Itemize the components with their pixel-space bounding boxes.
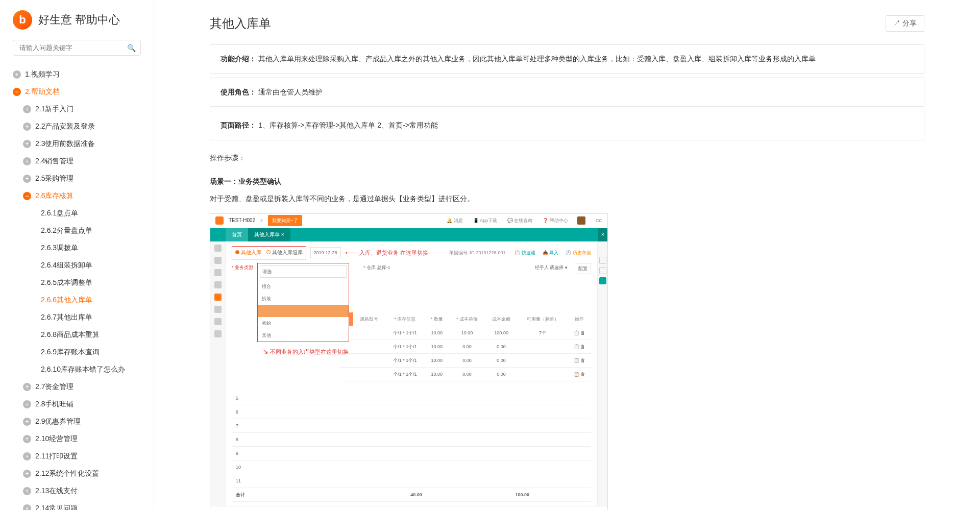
nav-266[interactable]: 2.6.6其他入库单 <box>0 292 154 309</box>
minus-icon: − <box>13 88 21 96</box>
dd-option[interactable]: 组合 <box>258 280 349 293</box>
nav-24[interactable]: +2.4销售管理 <box>0 153 154 170</box>
main: 其他入库单 ↗ 分享 功能介绍： 其他入库单用来处理除采购入库、产成品入库之外的… <box>154 0 980 510</box>
nav-214[interactable]: +2.14常见问题 <box>0 500 154 510</box>
nav-261[interactable]: 2.6.1盘点单 <box>0 205 154 222</box>
nav-262[interactable]: 2.6.2分量盘点单 <box>0 222 154 239</box>
nav-25[interactable]: +2.5采购管理 <box>0 170 154 187</box>
nav-269[interactable]: 2.6.9库存账本查询 <box>0 344 154 361</box>
ss-right-rail <box>597 241 607 506</box>
nav-video[interactable]: +1.视频学习 <box>0 66 154 83</box>
ss-user: CC <box>596 216 602 225</box>
nav-21[interactable]: +2.1新手入门 <box>0 101 154 118</box>
page-title: 其他入库单 <box>210 15 271 32</box>
search-input[interactable] <box>13 40 141 56</box>
nav-28[interactable]: +2.8手机旺铺 <box>0 396 154 413</box>
ss-topbar: TEST-H002 ▾ 我要购买~了 🔔 消息 📱 App下载 💬 在线咨询 ❓… <box>210 214 607 228</box>
nav-264[interactable]: 2.6.4组装拆卸单 <box>0 257 154 274</box>
rail-icon[interactable] <box>214 269 222 276</box>
table-row[interactable]: 7 <box>232 419 591 432</box>
nav-268[interactable]: 2.6.8商品成本重算 <box>0 326 154 344</box>
ss-tab-home[interactable]: 首页 <box>226 228 248 241</box>
ss-buy-button[interactable]: 我要购买~了 <box>268 215 302 226</box>
dd-option[interactable]: 其他 <box>258 329 349 342</box>
arrow-icon: ⟵ <box>345 246 355 260</box>
nav-22[interactable]: +2.2产品安装及登录 <box>0 118 154 135</box>
dd-option[interactable]: 拆装 <box>258 293 349 305</box>
role-text: 通常由仓管人员维护 <box>258 88 323 96</box>
ss-chip-chat[interactable]: 💬 在线咨询 <box>507 216 533 225</box>
nav-213[interactable]: +2.13在线支付 <box>0 482 154 500</box>
table-row[interactable]: 11 <box>232 474 591 488</box>
dd-input[interactable]: 请选 <box>260 265 347 278</box>
ss-chip-app[interactable]: 📱 App下载 <box>473 216 497 225</box>
nav-212[interactable]: +2.12系统个性化设置 <box>0 465 154 482</box>
plus-icon: + <box>23 418 31 426</box>
article-body: 操作步骤： 场景一：业务类型确认 对于受赠、盘盈或是拆装入库等不同的业务，是通过… <box>210 151 924 510</box>
path-text: 1、库存核算->库存管理->其他入库单 2、首页->常用功能 <box>258 121 438 129</box>
intro-label: 功能介绍： <box>220 55 256 63</box>
path-panel: 页面路径： 1、库存核算->库存管理->其他入库单 2、首页->常用功能 <box>210 111 924 140</box>
ss-chip-help[interactable]: ❓ 帮助中心 <box>543 216 568 225</box>
logo-icon: b <box>13 10 32 30</box>
share-button[interactable]: ↗ 分享 <box>886 15 924 32</box>
search-icon[interactable]: 🔍 <box>127 44 136 52</box>
table-row[interactable]: 9 <box>232 446 591 460</box>
dd-option-selected[interactable] <box>258 305 349 317</box>
ss-type-switch[interactable]: 其他入库 其他入库退库 <box>232 246 306 259</box>
ss-tabs: 首页 其他入库单 × × <box>210 228 607 241</box>
radio-icon <box>266 250 271 254</box>
nav-docs[interactable]: −2.帮助文档 <box>0 83 154 101</box>
scene1-text: 对于受赠、盘盈或是拆装入库等不同的业务，是通过单据头【业务类型】进行区分。 <box>210 191 924 206</box>
rail-icon[interactable] <box>214 318 222 325</box>
ss-top-title: TEST-H002 <box>229 215 255 226</box>
rail-icon[interactable] <box>214 330 222 337</box>
tool-icon[interactable] <box>599 267 606 274</box>
nav-23[interactable]: +2.3使用前数据准备 <box>0 135 154 153</box>
ss-left-rail <box>210 241 226 506</box>
ss-close-icon[interactable]: × <box>598 228 607 241</box>
nav-26[interactable]: −2.6库存核算 <box>0 187 154 205</box>
nav-267[interactable]: 2.6.7其他出库单 <box>0 309 154 326</box>
table-row[interactable]: 5 <box>232 392 591 405</box>
title-row: 其他入库单 ↗ 分享 <box>210 15 924 32</box>
ss-note2: 不同业务的入库类型在这里切换 <box>270 349 349 355</box>
nav-263[interactable]: 2.6.3调拨单 <box>0 239 154 257</box>
table-row[interactable]: 8 <box>232 432 591 446</box>
avatar-icon[interactable] <box>577 216 585 225</box>
rail-icon[interactable] <box>214 306 222 313</box>
tool-icon[interactable] <box>599 257 606 264</box>
ss-tab-active[interactable]: 其他入库单 × <box>248 228 290 241</box>
nav-265[interactable]: 2.6.5成本调整单 <box>0 274 154 292</box>
rail-icon[interactable] <box>214 257 222 264</box>
embedded-screenshot: TEST-H002 ▾ 我要购买~了 🔔 消息 📱 App下载 💬 在线咨询 ❓… <box>210 213 608 510</box>
ss-biztype-dropdown[interactable]: 请选 组合 拆装 初始 其他 <box>257 263 349 342</box>
table-row[interactable]: 个/1 * 1个/110.000.000.00📋 🗑 <box>339 367 591 381</box>
nav-29[interactable]: +2.9优惠券管理 <box>0 413 154 430</box>
rail-icon[interactable] <box>214 245 222 252</box>
ss-date[interactable]: 2019-12-26 <box>310 247 341 258</box>
table-row[interactable]: 个/1 * 1个/110.000.000.00📋 🗑 <box>339 353 591 367</box>
nav-2610[interactable]: 2.6.10库存账本错了怎么办 <box>0 361 154 378</box>
plus-icon: + <box>23 470 31 478</box>
plus-icon: + <box>23 175 31 183</box>
plus-icon: + <box>23 123 31 131</box>
plus-icon: + <box>23 452 31 460</box>
table-row[interactable]: 6 <box>232 405 591 419</box>
plus-icon: + <box>23 157 31 165</box>
nav-27[interactable]: +2.7资金管理 <box>0 378 154 396</box>
logo-row: b 好生意 帮助中心 <box>0 10 154 40</box>
tool-icon[interactable] <box>599 277 606 284</box>
rail-icon-active[interactable] <box>214 294 222 301</box>
plus-icon: + <box>23 504 31 510</box>
steps-label: 操作步骤： <box>210 151 924 165</box>
plus-icon: + <box>23 487 31 495</box>
table-row[interactable]: 10 <box>232 460 591 474</box>
radio-icon <box>235 250 239 254</box>
arrow-icon: ↘ <box>262 347 268 355</box>
rail-icon[interactable] <box>214 281 222 288</box>
nav-210[interactable]: +2.10经营管理 <box>0 430 154 448</box>
dd-option[interactable]: 初始 <box>258 317 349 329</box>
nav-211[interactable]: +2.11打印设置 <box>0 448 154 465</box>
role-label: 使用角色： <box>220 88 256 96</box>
